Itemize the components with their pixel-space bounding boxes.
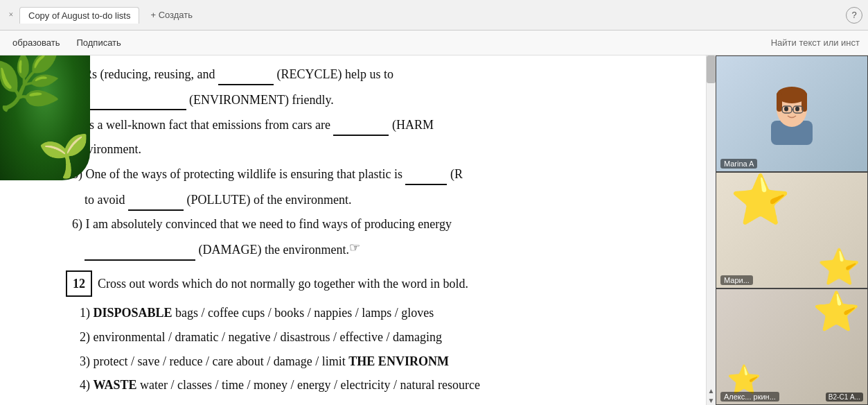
svg-rect-4 bbox=[801, 92, 807, 112]
help-button[interactable]: ? bbox=[846, 7, 862, 24]
tab-label: Copy of August to-do lists bbox=[28, 10, 130, 21]
active-tab[interactable]: Copy of August to-do lists bbox=[19, 7, 139, 24]
transform-button[interactable]: образовать bbox=[8, 36, 64, 49]
item-2: 2) environmental / dramatic / negative /… bbox=[80, 327, 689, 348]
help-icon: ? bbox=[851, 10, 856, 20]
svg-rect-3 bbox=[777, 92, 782, 112]
svg-point-5 bbox=[784, 107, 788, 112]
video-cell-mid: ⭐ ⭐ Мари... bbox=[716, 172, 868, 288]
search-toolbar[interactable]: Найти текст или инст bbox=[771, 37, 860, 48]
video-cell-bot: ⭐ ⭐ Алекс... ркин... B2-C1 А... bbox=[716, 288, 868, 405]
doc-line-1: e Rs (reducing, reusing, and (RECYCLE) h… bbox=[66, 62, 689, 85]
star-4-icon: ⭐ bbox=[727, 366, 761, 394]
video-badge: B2-C1 А... bbox=[826, 393, 863, 402]
scrollbar[interactable]: ▲ ▼ bbox=[706, 55, 716, 405]
scrollbar-down-arrow[interactable]: ▼ bbox=[707, 395, 716, 405]
doc-line-3: It is a well-known fact that emissions f… bbox=[66, 113, 689, 136]
video-name-bot: Алекс... ркин... bbox=[720, 392, 779, 402]
person-avatar-svg bbox=[764, 83, 820, 145]
item-4: 4) WASTE water / classes / time / money … bbox=[80, 374, 689, 396]
blank-4 bbox=[405, 162, 447, 185]
star-3-icon: ⭐ bbox=[813, 293, 860, 331]
video-cell-marina: Marina A bbox=[716, 55, 868, 172]
scrollbar-thumb[interactable] bbox=[707, 55, 716, 83]
doc-line-6: to avoid (POLLUTE) of the environment. bbox=[66, 188, 689, 211]
video-name-mid: Мари... bbox=[720, 275, 753, 285]
doc-content: e Rs (reducing, reusing, and (RECYCLE) h… bbox=[52, 55, 703, 405]
blank-2 bbox=[76, 88, 186, 111]
video-name-marina: Marina A bbox=[720, 159, 757, 169]
item-3-bold: THE ENVIRONM bbox=[348, 354, 449, 368]
doc-line-5: 5) One of the ways of protecting wildlif… bbox=[66, 162, 689, 185]
item-3: 3) protect / save / reduce / care about … bbox=[80, 351, 689, 372]
browser-chrome: × Copy of August to-do lists + Создать ? bbox=[0, 0, 868, 31]
star-2-icon: ⭐ bbox=[817, 250, 860, 284]
doc-line-2: (ENVIRONMENT) friendly. bbox=[66, 88, 689, 111]
task12-number: 12 bbox=[66, 270, 92, 298]
new-tab-button[interactable]: + Создать bbox=[142, 7, 201, 23]
new-tab-label: + Создать bbox=[150, 10, 193, 20]
scrollbar-up-arrow[interactable]: ▲ bbox=[707, 386, 716, 395]
tab-close-icon[interactable]: × bbox=[6, 10, 17, 21]
doc-line-8: (DAMAGE) the environment. bbox=[66, 237, 689, 261]
blank-6 bbox=[85, 238, 195, 261]
sign-button[interactable]: Подписать bbox=[72, 36, 125, 49]
item-1-bold: DISPOSABLE bbox=[94, 306, 172, 320]
cursor-icon bbox=[349, 237, 363, 254]
blank-5 bbox=[128, 188, 184, 211]
item-1: 1) DISPOSABLE bags / coffee cups / books… bbox=[80, 302, 689, 324]
tab-bar: × Copy of August to-do lists + Создать bbox=[6, 7, 840, 24]
plant-decoration bbox=[0, 55, 90, 180]
svg-point-6 bbox=[795, 107, 799, 112]
toolbar: образовать Подписать Найти текст или инс… bbox=[0, 31, 868, 55]
blank-3 bbox=[333, 113, 389, 136]
item-4-bold: WASTE bbox=[94, 378, 137, 392]
video-panel: Marina A ⭐ ⭐ Мари... ⭐ ⭐ Алекс... ркин..… bbox=[716, 55, 868, 405]
doc-line-7: 6) I am absolutely convinced that we nee… bbox=[66, 214, 689, 235]
blank-1 bbox=[218, 62, 274, 85]
task12-header: 12 Cross out words which do not normally… bbox=[66, 270, 689, 298]
star-1-icon: ⭐ bbox=[730, 176, 790, 225]
task12-instruction: Cross out words which do not normally go… bbox=[98, 273, 468, 295]
doc-line-4: environment. bbox=[66, 139, 689, 160]
